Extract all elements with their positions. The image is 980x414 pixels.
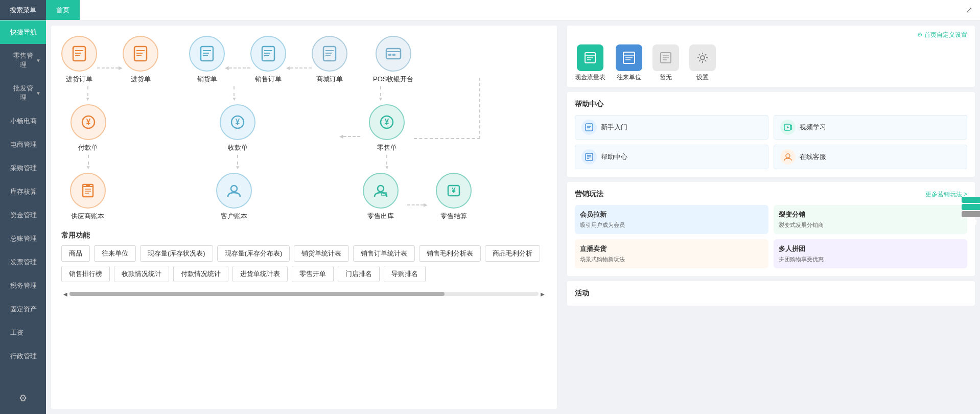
func-btn-sales-margin[interactable]: 销售毛利分析表 bbox=[419, 245, 481, 262]
cashflow-icon bbox=[577, 44, 603, 71]
sidebar-item-ledger[interactable]: 总账管理 bbox=[0, 227, 46, 250]
qa-item-empty[interactable]: 暂无 bbox=[652, 44, 679, 82]
help-item-beginner[interactable]: 新手入门 bbox=[575, 115, 768, 140]
common-functions: 常用功能 商品 往来单位 现存量(库存状况表) 现存量(库存分布表) 销货单统计… bbox=[61, 231, 547, 282]
chevron-down-icon: ▼ bbox=[36, 58, 41, 63]
scrollbar-thumb[interactable] bbox=[69, 292, 445, 296]
svg-text:¥: ¥ bbox=[452, 186, 456, 194]
sidebar-item-finance[interactable]: 资金管理 bbox=[0, 203, 46, 227]
sidebar-item-quicknav[interactable]: 快捷导航 bbox=[0, 20, 46, 44]
node-shop-order[interactable]: 商城订单 bbox=[312, 36, 347, 84]
marketing-item-livestream[interactable]: 直播卖货 场景式购物新玩法 bbox=[575, 239, 768, 268]
tab-home[interactable]: 首页 bbox=[46, 0, 80, 20]
scrollbar-track[interactable] bbox=[69, 292, 539, 296]
top-bar-right: ⤢ bbox=[963, 4, 980, 16]
svg-text:¥: ¥ bbox=[236, 118, 240, 126]
node-retail-settlement[interactable]: ¥ 零售结算 bbox=[428, 173, 481, 221]
func-btn-counterparty[interactable]: 往来单位 bbox=[94, 245, 136, 262]
activity-title: 活动 bbox=[575, 289, 967, 298]
marketing-more-button[interactable]: 更多营销玩法 > bbox=[925, 190, 967, 199]
func-btn-stock-status[interactable]: 现存量(库存状况表) bbox=[140, 245, 213, 262]
search-menu-button[interactable]: 搜索菜单 bbox=[0, 0, 46, 20]
marketing-header: 营销玩法 更多营销玩法 > bbox=[575, 190, 967, 199]
qa-item-cashflow[interactable]: 现金流量表 bbox=[575, 44, 605, 82]
sidebar-item-invoice[interactable]: 发票管理 bbox=[0, 250, 46, 274]
sidebar-item-retail[interactable]: 零售管理 ▼ bbox=[0, 44, 46, 77]
empty-icon bbox=[652, 44, 679, 71]
float-btn-community[interactable]: 服务社区 bbox=[962, 204, 980, 210]
main-layout: 快捷导航 零售管理 ▼ 批发管理 ▼ 小畅电商 电商管理 采购管理 库存核算 资… bbox=[0, 20, 980, 414]
func-btn-sales-order-stat[interactable]: 销售订单统计表 bbox=[353, 245, 415, 262]
sidebar-item-ecommerce[interactable]: 电商管理 bbox=[0, 133, 46, 156]
quick-nav-panel: 进货订单 ▶ 进货单 bbox=[51, 26, 557, 409]
svg-rect-23 bbox=[392, 54, 395, 56]
node-receipt-voucher[interactable]: ¥ 收款单 bbox=[211, 104, 265, 152]
marketing-item-fission[interactable]: 裂变分销 裂变式发展分销商 bbox=[774, 205, 967, 234]
sidebar: 快捷导航 零售管理 ▼ 批发管理 ▼ 小畅电商 电商管理 采购管理 库存核算 资… bbox=[0, 20, 46, 414]
chevron-down-icon: ▼ bbox=[36, 90, 41, 96]
sidebar-bottom: ⚙ bbox=[0, 382, 46, 414]
func-btn-stock-dist[interactable]: 现存量(库存分布表) bbox=[217, 245, 290, 262]
func-btn-store-rank[interactable]: 门店排名 bbox=[338, 266, 380, 282]
help-center-title: 帮助中心 bbox=[575, 100, 967, 109]
node-supplier-account[interactable]: 供应商账本 bbox=[61, 173, 114, 221]
func-btn-goods-margin[interactable]: 商品毛利分析 bbox=[485, 245, 540, 262]
sidebar-item-salary[interactable]: 工资 bbox=[0, 321, 46, 344]
marketing-title: 营销玩法 bbox=[575, 190, 603, 199]
sidebar-item-wholesale[interactable]: 批发管理 ▼ bbox=[0, 77, 46, 109]
func-btn-payment-stat[interactable]: 付款情况统计 bbox=[173, 266, 228, 282]
node-pos-cashier[interactable]: POS收银开台 bbox=[373, 36, 413, 84]
node-purchase-invoice[interactable]: 进货单 bbox=[123, 36, 158, 84]
sidebar-item-assets[interactable]: 固定资产 bbox=[0, 297, 46, 321]
right-panel: ⚙ 首页自定义设置 现金流量表 往来单位 bbox=[562, 20, 980, 414]
customize-settings-button[interactable]: ⚙ 首页自定义设置 bbox=[917, 31, 967, 39]
activity-section: 活动 bbox=[567, 281, 975, 306]
svg-marker-58 bbox=[787, 126, 789, 128]
qa-item-counterparty[interactable]: 往来单位 bbox=[616, 44, 642, 82]
svg-point-53 bbox=[701, 56, 705, 60]
counterparty-icon bbox=[616, 44, 642, 71]
beginner-icon bbox=[581, 120, 597, 135]
func-btn-sales-stat[interactable]: 销货单统计表 bbox=[294, 245, 349, 262]
settings-icon bbox=[689, 44, 716, 71]
node-payment-voucher[interactable]: ¥ 付款单 bbox=[61, 104, 115, 152]
node-customer-account[interactable]: 客户账本 bbox=[208, 173, 261, 221]
content-area: 进货订单 ▶ 进货单 bbox=[46, 20, 980, 414]
qa-icons: 现金流量表 往来单位 暂无 bbox=[575, 44, 967, 82]
quick-access-section: ⚙ 首页自定义设置 现金流量表 往来单位 bbox=[567, 26, 975, 87]
node-purchase-order[interactable]: 进货订单 bbox=[61, 36, 97, 84]
svg-rect-22 bbox=[388, 54, 391, 56]
func-btn-receipt-stat[interactable]: 收款情况统计 bbox=[114, 266, 169, 282]
help-item-online-service[interactable]: 在线客服 bbox=[774, 145, 967, 169]
video-icon bbox=[780, 120, 796, 135]
sidebar-item-inventory[interactable]: 库存核算 bbox=[0, 180, 46, 203]
func-btn-goods[interactable]: 商品 bbox=[61, 245, 90, 262]
expand-icon[interactable]: ⤢ bbox=[963, 4, 975, 16]
svg-text:¥: ¥ bbox=[86, 118, 90, 126]
node-sales-order[interactable]: 销售订单 bbox=[250, 36, 286, 84]
node-retail-order[interactable]: ¥ 零售单 bbox=[360, 104, 414, 152]
float-btn-service[interactable]: 客服热线 bbox=[962, 197, 980, 203]
node-retail-out[interactable]: 零售出库 bbox=[354, 173, 407, 221]
func-btn-purchase-stat[interactable]: 进货单统计表 bbox=[232, 266, 288, 282]
func-grid: 商品 往来单位 现存量(库存状况表) 现存量(库存分布表) 销货单统计表 销售订… bbox=[61, 245, 547, 282]
func-btn-guide-rank[interactable]: 导购排名 bbox=[384, 266, 426, 282]
settings-gear-icon[interactable]: ⚙ bbox=[0, 387, 46, 409]
help-item-video[interactable]: 视频学习 bbox=[774, 115, 967, 140]
node-sales-invoice[interactable]: 销货单 bbox=[189, 36, 225, 84]
sidebar-item-purchase[interactable]: 采购管理 bbox=[0, 156, 46, 180]
func-btn-retail-order[interactable]: 零售开单 bbox=[292, 266, 334, 282]
svg-point-37 bbox=[378, 186, 384, 192]
marketing-item-groupbuy[interactable]: 多人拼团 拼团购物享受优惠 bbox=[774, 239, 967, 268]
qa-item-settings[interactable]: 设置 bbox=[689, 44, 716, 82]
help-item-helpcenter[interactable]: 帮助中心 bbox=[575, 145, 768, 169]
sidebar-item-tax[interactable]: 税务管理 bbox=[0, 274, 46, 297]
sidebar-item-ecommerce-small[interactable]: 小畅电商 bbox=[0, 109, 46, 133]
marketing-section: 营销玩法 更多营销玩法 > 会员拉新 吸引用户成为会员 裂变分销 裂变式发展分销… bbox=[567, 182, 975, 276]
marketing-item-member[interactable]: 会员拉新 吸引用户成为会员 bbox=[575, 205, 768, 234]
scroll-right-button[interactable]: ▶ bbox=[539, 290, 547, 298]
scroll-left-button[interactable]: ◀ bbox=[61, 290, 69, 298]
float-btn-desktop[interactable]: 桌面快捷 bbox=[962, 211, 980, 217]
sidebar-item-admin[interactable]: 行政管理 bbox=[0, 344, 46, 368]
func-btn-sales-rank[interactable]: 销售排行榜 bbox=[61, 266, 110, 282]
